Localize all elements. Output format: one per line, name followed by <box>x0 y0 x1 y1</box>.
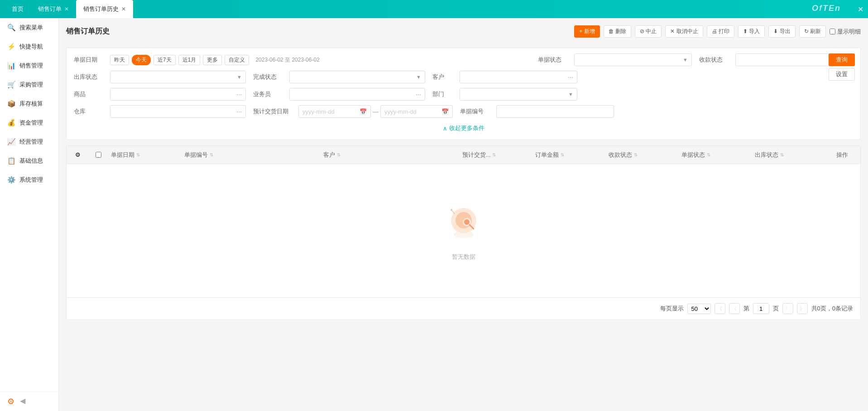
goods-input[interactable]: ··· <box>110 88 246 101</box>
out-status-chevron: ▼ <box>237 74 242 80</box>
more-btn[interactable]: 更多 <box>203 55 222 65</box>
sidebar-collapse-icon[interactable]: ◀ <box>20 396 25 406</box>
dept-chevron: ▼ <box>568 92 573 97</box>
filter-row-1: 单据日期 昨天 今天 近7天 近1月 更多 自定义 2023-06-02 至 2… <box>74 53 853 66</box>
th-bill-status[interactable]: 单据状态 ⇅ <box>678 151 751 159</box>
table-settings-btn[interactable]: ⚙ <box>67 151 89 158</box>
svg-line-6 <box>451 209 455 214</box>
sort-payment-status-icon: ⇅ <box>634 152 638 157</box>
salesperson-input[interactable]: ··· <box>289 88 425 101</box>
refresh-button[interactable]: ↻ 刷新 <box>799 25 826 38</box>
goods-label: 商品 <box>74 90 110 98</box>
expected-date-from-input[interactable]: yyyy-mm-dd 📅 <box>298 105 371 118</box>
out-status-label: 出库状态 <box>74 73 110 81</box>
new-button[interactable]: + 新增 <box>574 25 599 38</box>
toolbar: + 新增 🗑 删除 ⊘ 中止 ✕ 取消中止 🖨 打印 ⬆ 导入 ⬇ 导出 ↻ 刷… <box>574 25 861 38</box>
th-amount[interactable]: 订单金额 ⇅ <box>532 151 605 159</box>
th-out-status[interactable]: 出库状态 ⇅ <box>751 151 825 159</box>
bill-no-input[interactable] <box>496 105 614 118</box>
sidebar-item-inventory[interactable]: 📦 库存核算 <box>0 94 58 113</box>
next-page-btn[interactable]: 〉 <box>782 303 793 314</box>
empty-text: 暂无数据 <box>452 253 475 261</box>
tab-sales-order-history-close[interactable]: ✕ <box>121 6 126 12</box>
th-date[interactable]: 单据日期 ⇅ <box>107 151 181 159</box>
sidebar-item-search-menu[interactable]: 🔍 搜索菜单 <box>0 18 58 37</box>
table-container: ⚙ 单据日期 ⇅ 单据编号 ⇅ 客户 ⇅ 预计交货... <box>66 145 861 320</box>
last-page-btn[interactable]: 》 <box>797 303 808 314</box>
salesperson-dots: ··· <box>416 91 421 98</box>
7days-btn[interactable]: 近7天 <box>153 55 176 65</box>
import-button[interactable]: ⬆ 导入 <box>738 25 765 38</box>
calendar-from-icon[interactable]: 📅 <box>360 108 367 115</box>
empty-illustration <box>441 200 486 246</box>
calendar-to-icon[interactable]: 📅 <box>441 108 449 115</box>
sort-amount-icon: ⇅ <box>561 152 564 157</box>
top-bar: 首页 销售订单 ✕ 销售订单历史 ✕ OfTEn ✕ <box>0 0 868 18</box>
customer-input[interactable]: ··· <box>460 71 577 83</box>
th-customer[interactable]: 客户 ⇅ <box>320 151 459 159</box>
bill-status-label: 单据状态 <box>538 56 574 64</box>
page-size-select[interactable]: 50 10 20 100 <box>687 304 711 314</box>
delete-button[interactable]: 🗑 删除 <box>604 25 631 38</box>
sort-out-status-icon: ⇅ <box>780 152 784 157</box>
sidebar-item-sales-mgmt[interactable]: 📊 销售管理 <box>0 56 58 75</box>
th-payment-status[interactable]: 收款状态 ⇅ <box>605 151 678 159</box>
window-close-btn[interactable]: ✕ <box>858 5 863 14</box>
warehouse-input[interactable]: ··· <box>110 105 246 118</box>
table-select-all[interactable] <box>89 152 107 158</box>
sidebar-item-finance-mgmt[interactable]: 💰 资金管理 <box>0 113 58 132</box>
payment-status-label: 收款状态 <box>699 56 735 64</box>
custom-btn[interactable]: 自定义 <box>225 55 249 65</box>
sidebar-item-quick-nav[interactable]: ⚡ 快捷导航 <box>0 37 58 56</box>
complete-status-chevron: ▼ <box>416 74 421 80</box>
warehouse-dots: ··· <box>236 108 242 115</box>
sidebar-item-operation-mgmt[interactable]: 📈 经营管理 <box>0 132 58 151</box>
sidebar-item-purchase-mgmt[interactable]: 🛒 采购管理 <box>0 75 58 94</box>
display-detail-input[interactable] <box>830 29 835 34</box>
tab-home[interactable]: 首页 <box>5 0 31 18</box>
brand-text: OfTEn <box>812 4 841 13</box>
svg-point-1 <box>454 231 474 238</box>
expected-date-to-input[interactable]: yyyy-mm-dd 📅 <box>380 105 453 118</box>
sidebar: 🔍 搜索菜单 ⚡ 快捷导航 📊 销售管理 🛒 采购管理 📦 库存核算 💰 资金管… <box>0 18 59 411</box>
dept-select[interactable]: ▼ <box>460 88 577 101</box>
display-detail-checkbox[interactable]: 显示明细 <box>830 28 861 36</box>
print-button[interactable]: 🖨 打印 <box>707 25 734 38</box>
page-number-input[interactable] <box>753 303 769 314</box>
bill-status-chevron: ▼ <box>683 57 688 63</box>
bill-status-select[interactable]: ▼ <box>574 53 692 66</box>
th-expected-date[interactable]: 预计交货... ⇅ <box>459 151 532 159</box>
inventory-icon: 📦 <box>7 100 16 108</box>
sidebar-settings-icon[interactable]: ⚙ <box>7 396 14 406</box>
first-page-btn[interactable]: 《 <box>715 303 725 314</box>
stop-button[interactable]: ⊘ 中止 <box>635 25 662 38</box>
search-menu-icon: 🔍 <box>7 24 16 32</box>
customer-label: 客户 <box>432 73 460 81</box>
sidebar-item-system-mgmt[interactable]: ⚙️ 系统管理 <box>0 170 58 189</box>
filter-settings-button[interactable]: 设置 <box>829 68 855 81</box>
sort-date-icon: ⇅ <box>136 152 140 157</box>
warehouse-label: 仓库 <box>74 107 110 116</box>
filter-row-4: 仓库 ··· 预计交货日期 yyyy-mm-dd 📅 — yyyy-mm-dd … <box>74 105 853 118</box>
yesterday-btn[interactable]: 昨天 <box>110 55 129 65</box>
collapse-btn[interactable]: ∧ 收起更多条件 <box>74 122 853 134</box>
query-button[interactable]: 查询 <box>829 53 855 66</box>
total-text: 共0页，0条记录 <box>811 305 853 313</box>
prev-page-btn[interactable]: 〈 <box>729 303 740 314</box>
1month-btn[interactable]: 近1月 <box>178 55 201 65</box>
operation-mgmt-icon: 📈 <box>7 138 16 146</box>
cancel-stop-button[interactable]: ✕ 取消中止 <box>665 25 703 38</box>
tab-sales-order-history[interactable]: 销售订单历史 ✕ <box>76 0 133 18</box>
sidebar-item-basic-info[interactable]: 📋 基础信息 <box>0 151 58 170</box>
th-bill-no[interactable]: 单据编号 ⇅ <box>181 151 320 159</box>
select-all-checkbox[interactable] <box>96 152 101 158</box>
export-button[interactable]: ⬇ 导出 <box>768 25 795 38</box>
today-btn[interactable]: 今天 <box>132 55 151 65</box>
out-status-select[interactable]: ▼ <box>110 71 246 83</box>
complete-status-select[interactable]: ▼ <box>289 71 425 83</box>
main-content: 销售订单历史 + 新增 🗑 删除 ⊘ 中止 ✕ 取消中止 🖨 打印 ⬆ 导入 ⬇… <box>59 18 868 411</box>
tab-sales-order-close[interactable]: ✕ <box>64 6 69 12</box>
table-header: ⚙ 单据日期 ⇅ 单据编号 ⇅ 客户 ⇅ 预计交货... <box>67 146 860 164</box>
tab-sales-order[interactable]: 销售订单 ✕ <box>31 0 76 18</box>
date-range-text: 2023-06-02 至 2023-06-02 <box>255 56 319 64</box>
